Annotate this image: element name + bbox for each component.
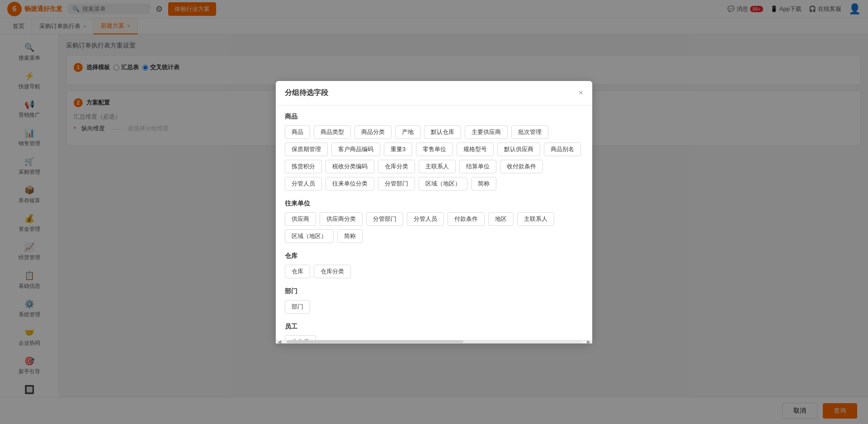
field-tag[interactable]: 规格型号 — [457, 143, 494, 156]
field-tag[interactable]: 简称 — [471, 177, 496, 191]
field-tag[interactable]: 供应商 — [285, 212, 316, 226]
field-tag[interactable]: 仓库分类 — [314, 265, 351, 278]
field-tag[interactable]: 产地 — [395, 125, 420, 139]
modal-close-btn[interactable]: × — [578, 89, 583, 97]
field-group-counterpart: 往来单位 供应商 供应商分类 分管部门 分管人员 付款条件 地区 主联系人 区域… — [285, 200, 583, 243]
field-tag[interactable]: 批次管理 — [511, 125, 548, 139]
field-tag[interactable]: 商品别名 — [544, 143, 581, 156]
field-tag[interactable]: 拣货积分 — [285, 160, 322, 173]
field-group-department: 部门 部门 — [285, 287, 583, 314]
field-tag[interactable]: 付款条件 — [448, 212, 485, 226]
field-group-department-title: 部门 — [285, 287, 583, 295]
field-tag[interactable]: 商品类型 — [314, 125, 351, 139]
field-group-employee-title: 员工 — [285, 323, 583, 331]
field-tag[interactable]: 默认仓库 — [424, 125, 461, 139]
scroll-thumb-horizontal[interactable] — [287, 340, 463, 343]
field-group-warehouse: 仓库 仓库 仓库分类 — [285, 252, 583, 278]
field-tag[interactable]: 客户商品编码 — [331, 143, 380, 156]
field-tag[interactable]: 税收分类编码 — [326, 160, 374, 173]
field-tag[interactable]: 仓库 — [285, 265, 310, 278]
field-tag[interactable]: 供应商分类 — [320, 212, 363, 226]
field-tag[interactable]: 分管部门 — [378, 177, 415, 191]
field-group-counterpart-title: 往来单位 — [285, 200, 583, 208]
field-tag[interactable]: 往来单位分类 — [326, 177, 374, 191]
field-tag[interactable]: 地区 — [488, 212, 514, 226]
field-tag[interactable]: 主联系人 — [419, 160, 456, 173]
field-tag[interactable]: 零售单位 — [416, 143, 453, 156]
field-tag[interactable]: 商品分类 — [354, 125, 392, 139]
field-tag[interactable]: 区域（地区） — [285, 229, 334, 243]
modal-overlay[interactable]: 分组待选字段 × 商品 商品 商品类型 商品分类 产地 默认仓库 主要供应商 批… — [0, 0, 868, 424]
modal-body: 商品 商品 商品类型 商品分类 产地 默认仓库 主要供应商 批次管理 保质期管理… — [276, 105, 592, 340]
modal-title: 分组待选字段 — [285, 88, 328, 98]
field-group-goods-title: 商品 — [285, 113, 583, 121]
field-tags-department: 部门 — [285, 300, 583, 314]
field-tags-goods: 商品 商品类型 商品分类 产地 默认仓库 主要供应商 批次管理 保质期管理 客户… — [285, 125, 583, 191]
field-tag[interactable]: 主联系人 — [517, 212, 554, 226]
field-tag[interactable]: 仓库分类 — [378, 160, 415, 173]
modal: 分组待选字段 × 商品 商品 商品类型 商品分类 产地 默认仓库 主要供应商 批… — [276, 81, 592, 343]
field-tag[interactable]: 保质期管理 — [285, 143, 328, 156]
field-tag[interactable]: 主要供应商 — [465, 125, 508, 139]
field-tags-counterpart: 供应商 供应商分类 分管部门 分管人员 付款条件 地区 主联系人 区域（地区） … — [285, 212, 583, 243]
field-tag[interactable]: 分管人员 — [407, 212, 444, 226]
field-tag[interactable]: 简称 — [337, 229, 363, 243]
field-group-goods: 商品 商品 商品类型 商品分类 产地 默认仓库 主要供应商 批次管理 保质期管理… — [285, 113, 583, 191]
modal-scrollbar-horizontal[interactable]: ◀ ▶ — [276, 340, 592, 343]
field-tag[interactable]: 分管部门 — [366, 212, 403, 226]
field-tag[interactable]: 分管人员 — [285, 177, 322, 191]
field-group-employee: 员工 业务员 — [285, 323, 583, 340]
field-tag[interactable]: 默认供应商 — [497, 143, 540, 156]
field-tag[interactable]: 商品 — [285, 125, 310, 139]
field-tag[interactable]: 部门 — [285, 300, 310, 314]
field-tags-employee: 业务员 — [285, 335, 583, 340]
field-tag[interactable]: 结算单位 — [459, 160, 496, 173]
field-group-warehouse-title: 仓库 — [285, 252, 583, 260]
field-tag[interactable]: 区域（地区） — [419, 177, 467, 191]
field-tag[interactable]: 重量3 — [384, 143, 412, 156]
field-tags-warehouse: 仓库 仓库分类 — [285, 265, 583, 278]
scroll-track-horizontal — [287, 340, 581, 343]
field-tag-employee[interactable]: 业务员 — [285, 335, 316, 340]
modal-header: 分组待选字段 × — [276, 81, 592, 105]
field-tag[interactable]: 收付款条件 — [500, 160, 543, 173]
